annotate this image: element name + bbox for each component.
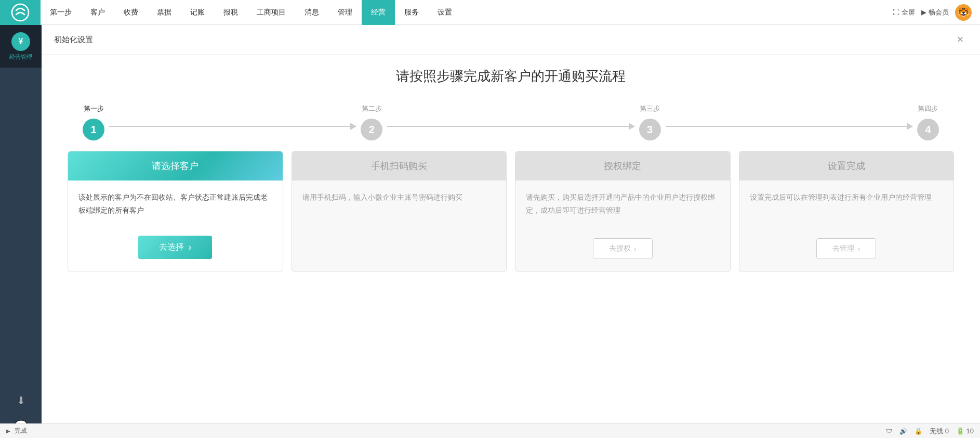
nav-item-fee[interactable]: 收费 bbox=[114, 0, 148, 25]
arrow-right-icon-4: › bbox=[857, 244, 860, 253]
wifi-icon: 无线 0 bbox=[930, 427, 949, 436]
play-icon: ▶ bbox=[921, 8, 926, 16]
operation-icon-circle: ¥ bbox=[11, 32, 30, 51]
step-2-label: 第二步 bbox=[362, 104, 382, 113]
nav-item-accounting[interactable]: 记账 bbox=[181, 0, 214, 25]
card-1-header: 请选择客户 bbox=[68, 151, 283, 181]
step-4-node: 第四步 4 bbox=[912, 104, 944, 140]
sidebar: ¥ 经营管理 ⬇ 💬 bbox=[0, 25, 42, 438]
lock-icon: 🔒 bbox=[915, 428, 922, 435]
volume-icon: 🔊 bbox=[899, 428, 907, 435]
nav-items: 第一步 客户 收费 票据 记账 报税 工商项目 消息 管理 经营 服务 设置 bbox=[41, 0, 461, 25]
step-3-label: 第三步 bbox=[640, 104, 660, 113]
fullscreen-icon: ⛶ bbox=[893, 8, 899, 16]
nav-item-customer[interactable]: 客户 bbox=[81, 0, 114, 25]
card-1-footer: 去选择 › bbox=[68, 227, 283, 272]
battery-icon: 🔋 10 bbox=[956, 427, 974, 435]
step-card-4: 设置完成 设置完成后可以在管理列表进行所有企业用户的经营管理 去管理 › bbox=[739, 151, 955, 272]
arrow-3 bbox=[666, 126, 912, 127]
fullscreen-label: 全屏 bbox=[902, 8, 915, 17]
layout: ¥ 经营管理 ⬇ 💬 初始化设置 × 请按照步骤完成新客户的开通购买流程 第一步… bbox=[0, 25, 980, 438]
arrow-2 bbox=[387, 126, 634, 127]
sidebar-item-label: 经营管理 bbox=[9, 53, 32, 60]
main-content: 初始化设置 × 请按照步骤完成新客户的开通购买流程 第一步 1 bbox=[42, 25, 980, 438]
step-4-label: 第四步 bbox=[918, 104, 938, 113]
step-card-1: 请选择客户 该处展示的客户为不在回收站、客户状态正常建账后完成老板端绑定的所有客… bbox=[68, 151, 283, 272]
card-4-body: 设置完成后可以在管理列表进行所有企业用户的经营管理 bbox=[739, 181, 954, 230]
nav-item-business[interactable]: 工商项目 bbox=[247, 0, 295, 25]
nav-item-operation[interactable]: 经营 bbox=[362, 0, 395, 25]
arrow-right-icon: › bbox=[188, 242, 191, 253]
close-button[interactable]: × bbox=[953, 32, 968, 47]
status-bar-right: 🛡 🔊 🔒 无线 0 🔋 10 bbox=[886, 427, 974, 436]
sidebar-item-operation[interactable]: ¥ 经营管理 bbox=[0, 25, 42, 68]
step-1-node: 第一步 1 bbox=[78, 104, 109, 140]
card-4-footer: 去管理 › bbox=[739, 230, 954, 272]
step-1-circle: 1 bbox=[83, 119, 104, 140]
member-btn[interactable]: ▶ 畅会员 bbox=[921, 8, 949, 17]
nav-item-home[interactable]: 第一步 bbox=[41, 0, 81, 25]
page-header: 初始化设置 × bbox=[42, 25, 980, 55]
avatar[interactable]: 🐯 bbox=[955, 4, 972, 21]
arrow-1 bbox=[109, 126, 356, 127]
sidebar-download-btn[interactable]: ⬇ bbox=[0, 388, 42, 413]
card-2-body: 请用手机扫码，输入小微企业主账号密码进行购买 bbox=[292, 181, 507, 251]
arrow-right-icon-3: › bbox=[634, 244, 637, 253]
logo bbox=[0, 0, 41, 25]
nav-item-messages[interactable]: 消息 bbox=[295, 0, 328, 25]
nav-item-service[interactable]: 服务 bbox=[395, 0, 428, 25]
card-2-header: 手机扫码购买 bbox=[292, 151, 507, 181]
step-2-circle: 2 bbox=[361, 119, 382, 140]
go-manage-button[interactable]: 去管理 › bbox=[816, 238, 876, 259]
nav-item-tax[interactable]: 报税 bbox=[214, 0, 247, 25]
fullscreen-btn[interactable]: ⛶ 全屏 bbox=[893, 8, 915, 17]
step-1-label: 第一步 bbox=[84, 104, 104, 113]
main-heading: 请按照步骤完成新客户的开通购买流程 bbox=[68, 67, 954, 85]
step-2-node: 第二步 2 bbox=[356, 104, 387, 140]
shield-icon: 🛡 bbox=[886, 428, 892, 435]
card-4-header: 设置完成 bbox=[739, 151, 954, 181]
card-3-header: 授权绑定 bbox=[515, 151, 730, 181]
nav-item-bills[interactable]: 票据 bbox=[148, 0, 181, 25]
top-nav: 第一步 客户 收费 票据 记账 报税 工商项目 消息 管理 经营 服务 设置 ⛶… bbox=[0, 0, 980, 25]
nav-item-settings[interactable]: 设置 bbox=[428, 0, 461, 25]
card-1-body: 该处展示的客户为不在回收站、客户状态正常建账后完成老板端绑定的所有客户 bbox=[68, 181, 283, 227]
card-3-footer: 去授权 › bbox=[515, 230, 730, 272]
cards-row: 请选择客户 该处展示的客户为不在回收站、客户状态正常建账后完成老板端绑定的所有客… bbox=[68, 151, 954, 272]
card-2-footer bbox=[292, 251, 507, 272]
steps-section: 请按照步骤完成新客户的开通购买流程 第一步 1 第二步 bbox=[42, 55, 980, 272]
card-3-body: 请先购买，购买后选择开通的产品中的企业用户进行授权绑定，成功后即可进行经营管理 bbox=[515, 181, 730, 230]
step-card-3: 授权绑定 请先购买，购买后选择开通的产品中的企业用户进行授权绑定，成功后即可进行… bbox=[515, 151, 731, 272]
play-icon-status: ▶ bbox=[6, 428, 10, 434]
go-select-button[interactable]: 去选择 › bbox=[138, 236, 212, 259]
step-4-circle: 4 bbox=[917, 119, 939, 140]
status-text: 完成 bbox=[15, 427, 27, 435]
logo-icon bbox=[11, 3, 30, 22]
nav-item-manage[interactable]: 管理 bbox=[328, 0, 362, 25]
member-label: 畅会员 bbox=[929, 8, 949, 17]
step-3-circle: 3 bbox=[639, 119, 661, 140]
step-card-2: 手机扫码购买 请用手机扫码，输入小微企业主账号密码进行购买 bbox=[292, 151, 507, 272]
page-title: 初始化设置 bbox=[54, 35, 93, 45]
status-bar: ▶ 完成 🛡 🔊 🔒 无线 0 🔋 10 bbox=[0, 423, 980, 438]
step-3-node: 第三步 3 bbox=[634, 104, 666, 140]
go-authorize-button[interactable]: 去授权 › bbox=[593, 238, 653, 259]
nav-right: ⛶ 全屏 ▶ 畅会员 🐯 bbox=[893, 4, 980, 21]
step-flow: 第一步 1 第二步 2 bbox=[68, 104, 954, 140]
